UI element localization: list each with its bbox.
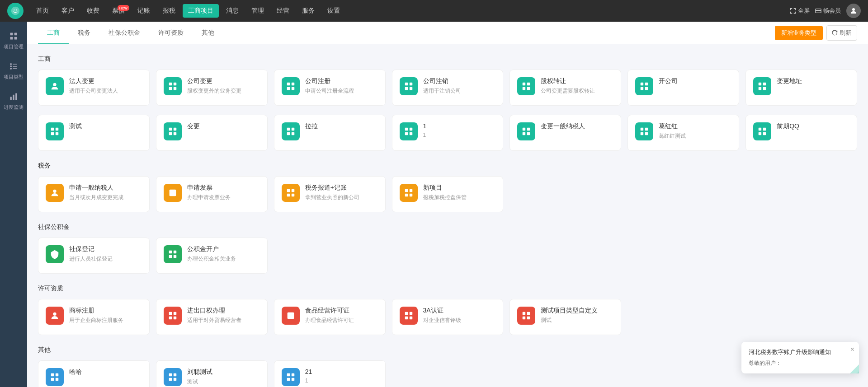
card-1[interactable]: 1 1 xyxy=(392,115,504,151)
nav-operate[interactable]: 经营 xyxy=(271,4,295,18)
nav-message[interactable]: 消息 xyxy=(221,4,244,18)
sidebar: 项目管理 项目类型 进度监测 xyxy=(0,22,27,387)
new-type-button[interactable]: 新增业务类型 xyxy=(775,26,823,40)
card-yiban-nashui[interactable]: 申请一般纳税人 当月或次月成变更完成 xyxy=(38,176,150,212)
refresh-button[interactable]: 刷新 xyxy=(826,25,857,41)
card-gongsi-biangeng[interactable]: 公司变更 股权变更外的业务变更 xyxy=(156,70,268,106)
card-qianqi-qq[interactable]: 前期QQ xyxy=(745,115,857,151)
svg-point-4 xyxy=(852,8,855,11)
tab-xuke[interactable]: 许可资质 xyxy=(149,23,193,44)
nav-client[interactable]: 客户 xyxy=(56,4,80,18)
tab-shuiwu[interactable]: 税务 xyxy=(69,23,99,44)
card-gjj[interactable]: 公积金开户 办理公积金相关业务 xyxy=(156,238,268,274)
svg-rect-35 xyxy=(641,83,643,85)
sidebar-item-project-type[interactable]: 项目类型 xyxy=(0,56,27,86)
card-import-export[interactable]: 进出口权办理 适用于对外贸易经营者 xyxy=(156,299,268,335)
card-info: 刘聪测试 测试 xyxy=(187,368,260,386)
card-food-license[interactable]: 食品经营许可证 办理食品经营许可证 xyxy=(274,299,386,335)
nav-right: 全屏 畅会员 xyxy=(790,4,861,18)
card-icon xyxy=(635,77,653,95)
card-gehonghong[interactable]: 葛红红 葛红红测试 xyxy=(627,115,739,151)
card-desc: 进行人员社保登记 xyxy=(69,255,142,263)
card-3a[interactable]: 3A认证 对企业信誉评级 xyxy=(392,299,504,335)
nav-fee[interactable]: 收费 xyxy=(81,4,105,18)
svg-rect-41 xyxy=(759,87,761,90)
card-title: 股权转让 xyxy=(541,77,613,85)
svg-rect-81 xyxy=(169,251,172,253)
card-title: 公积金开户 xyxy=(187,245,260,253)
nav-bookkeeping[interactable]: 记账 xyxy=(132,4,156,18)
card-test-custom[interactable]: 测试项目类型自定义 测试 xyxy=(509,299,621,335)
svg-rect-88 xyxy=(169,317,172,319)
card-fapiao[interactable]: 申请发票 办理申请发票业务 xyxy=(156,176,268,212)
chart-icon xyxy=(8,91,19,102)
tab-bar: 工商 税务 社保公积金 许可资质 其他 新增业务类型 刷新 xyxy=(27,22,868,44)
svg-rect-14 xyxy=(13,68,17,69)
fullscreen-btn[interactable]: 全屏 xyxy=(790,7,810,15)
list-icon xyxy=(8,61,19,72)
member-btn[interactable]: 畅会员 xyxy=(815,7,841,15)
tab-other[interactable]: 其他 xyxy=(193,23,223,44)
card-desc: 适用于对外贸易经营者 xyxy=(187,317,260,324)
card-title: 测试 xyxy=(69,122,142,131)
content-area: 工商 法人变更 适用于公司变更法人 xyxy=(27,44,868,387)
card-icon xyxy=(164,77,182,95)
ticket-badge: new xyxy=(118,5,129,11)
card-icon xyxy=(164,245,182,263)
card-title: 申请一般纳税人 xyxy=(69,184,142,192)
sidebar-item-progress[interactable]: 进度监测 xyxy=(0,86,27,116)
card-title: 前期QQ xyxy=(777,122,849,131)
card-shuiwu-jizh[interactable]: 税务报道+记账 拿到营业执照的新公司 xyxy=(274,176,386,212)
card-faren-biangeng[interactable]: 法人变更 适用于公司变更法人 xyxy=(38,70,150,106)
tab-actions: 新增业务类型 刷新 xyxy=(775,25,857,41)
logo[interactable] xyxy=(7,3,24,19)
nav-tax[interactable]: 报税 xyxy=(157,4,181,18)
svg-rect-95 xyxy=(523,312,525,315)
card-icon xyxy=(753,77,771,95)
sidebar-item-project-manage[interactable]: 项目管理 xyxy=(0,25,27,56)
card-ceshi[interactable]: 测试 xyxy=(38,115,150,151)
card-kai-gongsi[interactable]: 开公司 xyxy=(627,70,739,106)
user-avatar[interactable] xyxy=(846,4,861,18)
nav-ticket[interactable]: 票据 new xyxy=(107,4,130,18)
card-lala[interactable]: 拉拉 xyxy=(274,115,386,151)
card-icon xyxy=(164,184,182,202)
card-biangeng-dizhi[interactable]: 变更地址 xyxy=(745,70,857,106)
card-trademark[interactable]: 商标注册 用于企业商标注册服务 xyxy=(38,299,150,335)
sidebar-label: 项目管理 xyxy=(4,43,24,50)
card-icon xyxy=(282,122,300,140)
card-liucong-test[interactable]: 刘聪测试 测试 xyxy=(156,360,268,387)
card-title: 新项目 xyxy=(423,184,496,192)
card-guquan[interactable]: 股权转让 公司变更需要股权转让 xyxy=(509,70,621,106)
sidebar-label: 进度监测 xyxy=(4,104,24,111)
card-desc: 报税加税控盘保管 xyxy=(423,194,496,201)
svg-rect-26 xyxy=(292,87,294,90)
tab-shebao[interactable]: 社保公积金 xyxy=(99,23,149,44)
card-xin-xiangmu[interactable]: 新项目 报税加税控盘保管 xyxy=(392,176,504,212)
card-title: 葛红红 xyxy=(659,122,731,131)
nav-home[interactable]: 首页 xyxy=(31,4,54,18)
svg-rect-28 xyxy=(409,83,412,85)
card-biangeng[interactable]: 变更 xyxy=(156,115,268,151)
card-info: 21 1 xyxy=(305,368,378,385)
nav-service[interactable]: 服务 xyxy=(297,4,320,18)
card-shebao-dengji[interactable]: 社保登记 进行人员社保登记 xyxy=(38,238,150,274)
card-gongsi-zhuxiao[interactable]: 公司注销 适用于注销公司 xyxy=(392,70,504,106)
card-haha[interactable]: 哈哈 xyxy=(38,360,150,387)
nav-manage[interactable]: 管理 xyxy=(246,4,269,18)
notification-close-btn[interactable]: × xyxy=(850,345,854,354)
card-21[interactable]: 21 1 xyxy=(274,360,386,387)
svg-rect-91 xyxy=(405,312,407,315)
tab-gongshang[interactable]: 工商 xyxy=(38,23,69,44)
card-title: 法人变更 xyxy=(69,77,142,85)
svg-rect-17 xyxy=(15,93,17,100)
nav-biz[interactable]: 工商项目 xyxy=(183,4,219,18)
section-other: 其他 哈哈 刘聪测试 测试 xyxy=(38,346,857,387)
card-title: 食品经营许可证 xyxy=(305,307,378,315)
svg-point-85 xyxy=(53,312,56,316)
card-gongsi-zhuce[interactable]: 公司注册 申请公司注册全流程 xyxy=(274,70,386,106)
cards-row-2: 测试 变更 拉拉 xyxy=(38,115,857,151)
svg-rect-97 xyxy=(523,317,525,319)
nav-settings[interactable]: 设置 xyxy=(322,4,345,18)
card-biangeng-nashui[interactable]: 变更一般纳税人 xyxy=(509,115,621,151)
